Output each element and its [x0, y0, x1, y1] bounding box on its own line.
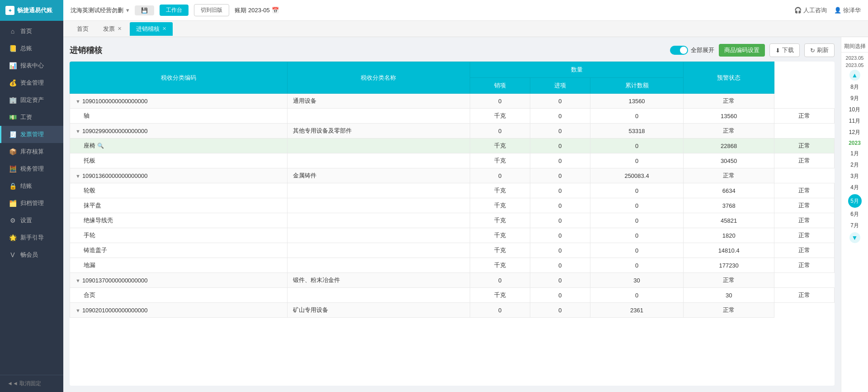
download-button[interactable]: ⬇ 下载	[769, 43, 800, 57]
sidebar-item-tax[interactable]: 🧮 税务管理	[0, 160, 63, 177]
sidebar-item-settings[interactable]: ⚙ 设置	[0, 212, 63, 229]
tab-reconcile[interactable]: 进销稽核 ✕	[130, 22, 173, 36]
period-month-item[interactable]: 1月	[841, 148, 868, 159]
period-month-item[interactable]: 12月	[841, 127, 868, 138]
table-row: 座椅 🔍 千克 0 0 22868 正常	[70, 139, 835, 153]
scroll-up-btn[interactable]: ▲	[849, 70, 860, 81]
help-button[interactable]: 🎧 人工咨询	[794, 6, 827, 14]
period-month-item[interactable]: 6月	[841, 209, 868, 220]
sidebar-item-label: 设置	[20, 216, 32, 225]
row-cumulative: 30450	[684, 153, 774, 168]
sidebar-item-fixed-assets[interactable]: 🏢 固定资产	[0, 91, 63, 109]
row-code: 轮毂	[70, 183, 288, 198]
row-name	[287, 258, 470, 273]
sidebar-collapse-btn[interactable]: ◄◄ 取消固定	[0, 375, 63, 392]
row-code: ▼10902010000000000000	[70, 303, 288, 318]
sidebar-item-invoice[interactable]: 🧾 发票管理	[0, 126, 63, 143]
row-cumulative: 2361	[590, 303, 684, 318]
row-name	[287, 198, 470, 213]
period-month-item[interactable]: 9月	[841, 93, 868, 104]
sidebar-item-label: 固定资产	[20, 96, 44, 104]
tab-reconcile-close[interactable]: ✕	[162, 26, 166, 32]
row-warning: 正常	[774, 288, 835, 303]
row-purchase: 0	[590, 288, 684, 303]
user-profile[interactable]: 👤 徐泽华	[834, 6, 861, 14]
period-month-item[interactable]: 2023	[841, 138, 868, 148]
download-icon: ⬇	[775, 47, 780, 54]
row-name	[287, 183, 470, 198]
close-accounts-icon: 🔒	[9, 182, 17, 190]
row-name	[287, 213, 470, 228]
period-month-item[interactable]: 7月	[841, 220, 868, 231]
sidebar-item-label: 报表中心	[20, 62, 44, 70]
row-cumulative: 13560	[590, 94, 684, 109]
row-unit: 千克	[470, 183, 530, 198]
sidebar-item-membership[interactable]: V 畅会员	[0, 246, 63, 263]
row-purchase: 0	[590, 109, 684, 124]
row-code: 轴	[70, 109, 288, 124]
row-cumulative: 30	[590, 273, 684, 288]
toggle-switch[interactable]	[670, 46, 688, 55]
sidebar-item-label: 归档管理	[20, 199, 44, 207]
row-name: 其他专用设备及零部件	[287, 124, 470, 139]
product-code-button[interactable]: 商品编码设置	[719, 44, 765, 57]
header-tax-name: 税收分类名称	[287, 62, 470, 94]
sidebar-footer-label: ◄◄ 取消固定	[7, 380, 41, 387]
period-month-item[interactable]: 8月	[841, 81, 868, 93]
sidebar-item-close[interactable]: 🔒 结账	[0, 177, 63, 195]
period-month-item[interactable]: 3月	[841, 171, 868, 182]
search-icon[interactable]: 🔍	[97, 143, 104, 149]
row-code: ▼10901370000000000000	[70, 273, 288, 288]
row-purchase: 0	[530, 124, 590, 139]
header-cumulative: 累计数额	[590, 78, 684, 94]
sidebar-item-home[interactable]: ⌂ 首页	[0, 23, 63, 40]
company-dropdown-icon[interactable]: ▾	[126, 7, 129, 14]
period-month-item[interactable]: 4月	[841, 182, 868, 193]
row-sales: 0	[530, 183, 590, 198]
row-code: 座椅 🔍	[70, 139, 288, 153]
row-code: 绝缘导线壳	[70, 213, 288, 228]
tab-home-label: 首页	[77, 25, 89, 33]
sidebar-item-label: 新手引导	[20, 234, 44, 242]
tab-home[interactable]: 首页	[71, 22, 95, 36]
company-selector[interactable]: 沈海英测试经营勿删 ▾	[71, 6, 129, 14]
row-warning: 正常	[774, 139, 835, 153]
row-cumulative: 3768	[684, 198, 774, 213]
sidebar-item-reports[interactable]: 📊 报表中心	[0, 57, 63, 74]
sidebar-item-label: 库存核算	[20, 148, 44, 156]
switch-old-button[interactable]: 切到旧版	[194, 4, 229, 16]
period-label: 账期	[235, 6, 246, 14]
data-table-wrap: 税收分类编码 税收分类名称 数量 预警状态 销项 进项 累计数额 ▼10	[70, 62, 835, 386]
page-area: 进销稽核 全部展开 商品编码设置 ⬇ 下载 ↻ 刷新	[63, 37, 841, 392]
refresh-button[interactable]: ↻ 刷新	[804, 43, 835, 57]
header-warning: 预警状态	[684, 62, 774, 94]
workbench-button[interactable]: 工作台	[160, 5, 189, 16]
row-purchase: 0	[530, 94, 590, 109]
page-actions: 全部展开 商品编码设置 ⬇ 下载 ↻ 刷新	[670, 43, 835, 57]
sidebar-item-inventory[interactable]: 📦 库存核算	[0, 143, 63, 160]
expand-all-label: 全部展开	[691, 46, 714, 54]
sidebar-item-label: 工资	[20, 113, 32, 121]
period-month-item[interactable]: 2月	[841, 159, 868, 171]
period-month-item[interactable]: 5月	[848, 194, 862, 208]
sidebar-item-archive[interactable]: 🗂️ 归档管理	[0, 195, 63, 212]
scroll-down-btn[interactable]: ▼	[849, 232, 860, 243]
row-sales: 0	[530, 288, 590, 303]
sidebar-item-guide[interactable]: 🌟 新手引导	[0, 229, 63, 246]
period-month-item[interactable]: 11月	[841, 115, 868, 127]
sidebar-item-label: 发票管理	[20, 130, 44, 139]
sidebar-item-funds[interactable]: 💰 资金管理	[0, 74, 63, 91]
calendar-icon[interactable]: 📅	[272, 7, 279, 14]
row-purchase: 0	[590, 153, 684, 168]
expand-all-toggle[interactable]: 全部展开	[670, 46, 714, 55]
save-button[interactable]: 💾	[135, 5, 154, 15]
sidebar-item-payroll[interactable]: 💵 工资	[0, 109, 63, 126]
guide-icon: 🌟	[9, 234, 17, 241]
row-unit: 千克	[470, 213, 530, 228]
row-unit: 千克	[470, 153, 530, 168]
tab-invoice[interactable]: 发票 ✕	[97, 22, 128, 36]
tab-invoice-close[interactable]: ✕	[118, 26, 122, 32]
sidebar-item-ledger[interactable]: 📒 总账	[0, 40, 63, 57]
period-month-item[interactable]: 10月	[841, 104, 868, 115]
user-icon: 👤	[834, 7, 841, 14]
